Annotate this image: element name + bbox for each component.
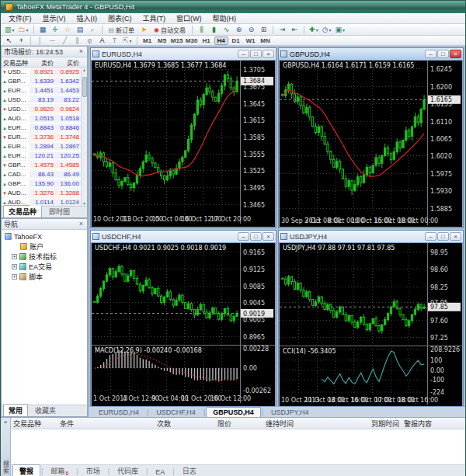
menu-item-file[interactable]: 文件(F) <box>4 12 37 24</box>
market-watch-row[interactable]: ▼USD...0.89210.8925 <box>2 68 87 77</box>
market-watch-row[interactable]: ▲EUR...0.88430.8846 <box>2 123 87 133</box>
market-watch-tab-1[interactable]: 即时图 <box>43 205 75 217</box>
titlebar[interactable]: TahoeFX MetaTrader 4 - GBPUSD,H4 <box>1 1 465 13</box>
market-watch-row[interactable]: ▲EUR...1.44511.4453 <box>2 86 87 96</box>
arrows-tool-icon[interactable]: ⇱▾ <box>121 36 134 46</box>
market-watch-row[interactable]: ▲GBP...1.63391.6342 <box>2 77 87 86</box>
new-chart-icon[interactable]: ▥▾ <box>3 25 16 35</box>
vertical-line-icon[interactable]: │ <box>34 36 46 46</box>
navigator-icon[interactable]: ☆ <box>62 25 74 35</box>
close-icon[interactable]: × <box>78 221 85 228</box>
text-label-icon[interactable]: T <box>109 36 120 46</box>
close-icon[interactable]: × <box>450 50 461 58</box>
navigator-root[interactable]: TahoeFX <box>2 231 87 241</box>
close-icon[interactable]: × <box>450 232 461 241</box>
mql-community-icon[interactable]: ➤ <box>138 25 150 35</box>
restore-icon[interactable]: □ <box>250 50 262 58</box>
restore-icon[interactable]: □ <box>437 50 449 58</box>
market-watch-row[interactable]: ▼GBP...1.45751.4585 <box>2 161 87 170</box>
scroll-thumb[interactable] <box>82 77 87 97</box>
chart-shift-icon[interactable]: ⇤ <box>289 25 301 35</box>
market-watch-tab-0[interactable]: 交易品种 <box>3 205 42 217</box>
market-watch-col-1[interactable]: 卖价 <box>30 57 55 67</box>
expand-icon[interactable]: + <box>12 274 17 280</box>
timeframe-h1[interactable]: H1 <box>200 36 214 45</box>
market-watch-row[interactable]: ▼EUR...1.37361.3748 <box>2 133 87 142</box>
timeframe-m1[interactable]: M1 <box>141 36 155 45</box>
market-watch-col-2[interactable]: 买价 <box>55 57 81 67</box>
timeframe-w1[interactable]: W1 <box>244 36 258 45</box>
fibonacci-icon[interactable]: φ <box>84 36 96 46</box>
close-icon[interactable]: × <box>263 50 274 58</box>
menu-item-tools[interactable]: 工具(T) <box>138 12 171 24</box>
navigator-item-2[interactable]: +EA交易 <box>2 262 87 272</box>
chart-tab-gbpusd[interactable]: GBPUSD,H4 <box>206 407 261 417</box>
market-watch-row[interactable]: ▲EUR...1.28941.2897 <box>2 142 87 151</box>
auto-trading-button[interactable]: ◉自动交易 <box>151 25 189 35</box>
timeframe-mn[interactable]: MN <box>259 36 273 45</box>
timeframe-m15[interactable]: M15 <box>170 36 184 45</box>
text-tool-icon[interactable]: A <box>96 36 108 46</box>
terminal-tab-5[interactable]: 日志 <box>176 464 203 476</box>
chart-canvas-usdchf[interactable]: 0.91650.91250.90850.90450.90050.89650.90… <box>91 242 276 407</box>
market-watch-row[interactable]: ▲AUD...1.01141.0124 <box>2 198 87 206</box>
tile-windows-icon[interactable]: ⊞ <box>258 25 270 35</box>
minimize-icon[interactable]: – <box>238 50 249 58</box>
data-window-icon[interactable]: ✛ <box>50 25 61 35</box>
templates-icon[interactable]: ▣▾ <box>334 25 347 35</box>
chart-window-titlebar[interactable]: GBPUSD,H4–□× <box>279 48 463 60</box>
terminal-side-strip[interactable]: × 搜索 <box>1 418 11 476</box>
timeframe-d1[interactable]: D1 <box>229 36 243 45</box>
chart-tab-eurusd[interactable]: EURUSD,H4 <box>92 407 146 417</box>
bar-chart-icon[interactable]: ⫼ <box>196 25 207 35</box>
chart-window-titlebar[interactable]: EURUSD,H4–□× <box>91 48 276 60</box>
close-icon[interactable]: × <box>263 232 274 241</box>
chart-tab-usdjpy[interactable]: USDJPY,H4 <box>264 407 315 417</box>
minimize-icon[interactable]: – <box>425 232 436 241</box>
market-watch-row[interactable]: ▲CAD...86.4386.49 <box>2 170 87 179</box>
scroll-up-icon[interactable]: ▲ <box>82 68 86 72</box>
market-watch-header[interactable]: 交易品种卖价买价 <box>2 57 87 68</box>
market-watch-row[interactable]: ▼USD...0.96200.9624 <box>2 105 87 114</box>
terminal-tab-0[interactable]: 警报 <box>12 464 40 476</box>
market-watch-row[interactable]: ▲AUD...1.05151.0518 <box>2 114 87 123</box>
indicators-icon[interactable]: ✚▾ <box>308 25 320 35</box>
timeframe-m5[interactable]: M5 <box>155 36 169 45</box>
terminal-tab-2[interactable]: 市场 <box>79 464 107 476</box>
terminal-body[interactable] <box>11 429 465 464</box>
search-side-tab[interactable]: 搜索 <box>2 460 10 474</box>
horizontal-line-icon[interactable]: ─ <box>47 36 58 46</box>
new-order-button[interactable]: ▤新订单 <box>106 25 138 35</box>
zoom-in-icon[interactable]: ⊕ <box>233 25 245 35</box>
market-watch-row[interactable]: ▲EUR...120.21120.25 <box>2 151 87 161</box>
market-watch-col-0[interactable]: 交易品种 <box>2 57 30 67</box>
minimize-icon[interactable]: – <box>425 50 436 58</box>
trendline-icon[interactable]: ╱ <box>59 36 71 46</box>
terminal-tab-4[interactable]: EA <box>148 467 172 476</box>
menu-item-help[interactable]: 帮助(H) <box>208 12 242 24</box>
market-watch-row[interactable]: ▲GBP...135.90136.00 <box>2 179 87 189</box>
restore-icon[interactable]: □ <box>437 232 449 241</box>
market-watch-row[interactable]: ▲USD...83.1983.22 <box>2 96 87 105</box>
chart-canvas-eurusd[interactable]: 1.37051.36751.36451.36151.35851.35551.35… <box>91 60 276 228</box>
line-chart-icon[interactable]: ∿ <box>221 25 232 35</box>
chart-canvas-usdjpy[interactable]: 98.9598.6098.2597.9597.6097.2597.85USDJP… <box>279 242 463 407</box>
market-watch-scrollbar[interactable]: ▲ ▼ <box>81 68 87 206</box>
market-watch-icon[interactable]: ▦ <box>37 25 49 35</box>
chart-tab-usdchf[interactable]: USDCHF,H4 <box>149 407 203 417</box>
candlestick-icon[interactable]: ▮ <box>208 25 220 35</box>
close-icon[interactable]: × <box>78 48 85 55</box>
periods-icon[interactable]: ◷▾ <box>321 25 333 35</box>
market-watch-row[interactable]: ▼AUD...1.32761.3288 <box>2 189 87 198</box>
terminal-icon[interactable]: ▤ <box>75 25 86 35</box>
scroll-down-icon[interactable]: ▼ <box>82 201 86 206</box>
auto-scroll-icon[interactable]: ⇥ <box>276 25 288 35</box>
navigator-tab-1[interactable]: 收藏夹 <box>30 404 61 416</box>
navigator-item-1[interactable]: +技术指标 <box>2 252 87 262</box>
timeframe-m30[interactable]: M30 <box>185 36 199 45</box>
terminal-tab-1[interactable]: 邮箱6 <box>43 464 75 476</box>
channel-icon[interactable]: ∥ <box>71 36 83 46</box>
minimize-icon[interactable]: – <box>238 232 249 241</box>
strategy-tester-icon[interactable]: ⌕ <box>87 25 99 35</box>
menu-item-insert[interactable]: 插入(I) <box>72 12 103 24</box>
